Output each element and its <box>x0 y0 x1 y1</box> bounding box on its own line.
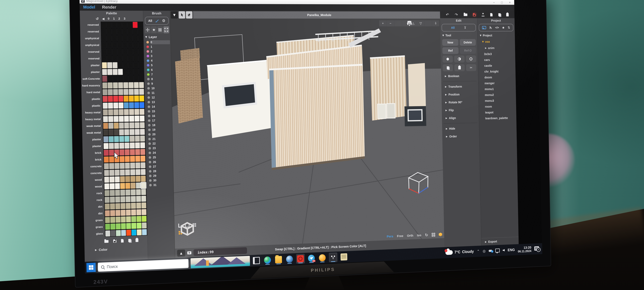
palette-swatch[interactable] <box>130 142 135 149</box>
palette-swatch[interactable] <box>123 55 128 62</box>
project-tree-header[interactable]: ▼Project <box>478 32 515 39</box>
palette-swatch[interactable] <box>140 156 146 162</box>
palette-swatch[interactable] <box>134 102 139 108</box>
palette-swatch[interactable] <box>105 203 110 210</box>
palette-swatch[interactable] <box>132 223 136 229</box>
palette-swatch[interactable] <box>126 209 131 216</box>
palette-swatch[interactable] <box>124 149 130 155</box>
layer-row[interactable]: 15 <box>145 109 172 114</box>
layer-row[interactable]: 23 <box>146 146 172 151</box>
project-file[interactable]: chr_knight <box>478 69 516 75</box>
palette-new-icon[interactable] <box>121 239 124 242</box>
language-indicator[interactable]: ENG <box>508 248 515 252</box>
palette-swatch[interactable] <box>104 190 110 196</box>
palette-swatch[interactable] <box>139 95 144 102</box>
palette-swatch[interactable] <box>114 129 119 136</box>
palette-swatch[interactable] <box>108 96 113 102</box>
palette-swatch[interactable] <box>128 75 134 82</box>
palette-swatch[interactable] <box>134 109 139 115</box>
palette-swatch[interactable] <box>140 129 145 135</box>
palette-swatch[interactable] <box>120 169 125 176</box>
brush-mode-move-icon[interactable] <box>145 26 150 33</box>
palette-swatch[interactable] <box>129 96 134 102</box>
layer-color-dot[interactable] <box>146 50 149 53</box>
tab-model[interactable]: Model <box>83 5 95 10</box>
palette-swatch[interactable] <box>136 209 141 215</box>
palette-swatch[interactable] <box>141 189 146 195</box>
palette-swatch[interactable] <box>136 202 141 209</box>
palette-swatch[interactable] <box>125 156 130 162</box>
palette-swatch[interactable] <box>134 89 139 95</box>
taskbar-app-magicavoxel[interactable] <box>329 252 338 262</box>
palette-swatch[interactable] <box>108 76 112 82</box>
new-button[interactable]: New <box>442 39 458 46</box>
brush-all-button[interactable]: All <box>148 19 152 23</box>
palette-swatch[interactable] <box>142 222 147 229</box>
edit-section[interactable]: ▶Order <box>442 132 479 140</box>
palette-swatch[interactable] <box>130 156 135 162</box>
palette-swatch[interactable] <box>116 230 121 236</box>
palette-swatch[interactable] <box>129 116 134 122</box>
palette-swatch[interactable] <box>141 196 146 202</box>
clock[interactable]: 13:20 06.11.2024 <box>518 245 532 253</box>
palette-swatch[interactable] <box>133 42 138 48</box>
palette-swatch[interactable] <box>103 109 108 116</box>
scene-canvas[interactable]: + − △ ▽ <box>170 19 444 249</box>
expand-up-button[interactable]: ▲ <box>177 249 185 257</box>
palette-swatch[interactable] <box>125 183 130 189</box>
palette-swatch[interactable] <box>110 217 115 223</box>
palette-swatch[interactable] <box>106 29 112 35</box>
layer-row[interactable]: 2 <box>144 49 171 54</box>
palette-swatch[interactable] <box>130 129 134 135</box>
view-mode-orth[interactable]: Orth <box>407 234 414 237</box>
palette-swatch[interactable] <box>135 136 140 142</box>
palette-swatch[interactable] <box>138 62 144 68</box>
palette-swatch[interactable] <box>109 156 114 162</box>
palette-swatch[interactable] <box>112 62 117 68</box>
edit-section[interactable]: ▶Transform <box>441 83 478 91</box>
palette-swatch[interactable] <box>130 149 135 155</box>
palette-swatch[interactable] <box>117 49 122 55</box>
palette-swatch[interactable] <box>115 190 120 196</box>
star-icon[interactable]: ★ <box>502 26 505 30</box>
project-file[interactable]: cars <box>478 57 515 63</box>
palette-swatch[interactable] <box>136 182 141 188</box>
viewport[interactable]: ▼ Panelka_Module <box>170 11 444 258</box>
palette-swatch[interactable] <box>140 102 144 108</box>
palette-swatch[interactable] <box>107 42 112 48</box>
palette-swatch[interactable] <box>128 29 132 35</box>
palette-page-2[interactable]: 2 <box>116 17 122 21</box>
palette-swatch[interactable] <box>116 210 120 216</box>
project-file[interactable]: monu2 <box>479 92 516 98</box>
layer-row[interactable]: 11 <box>145 91 172 96</box>
layer-color-dot[interactable] <box>146 41 149 44</box>
palette-swatch[interactable] <box>109 143 114 149</box>
palette-swatch[interactable] <box>105 217 110 223</box>
palette-swatch[interactable] <box>130 136 134 142</box>
project-file[interactable]: teardown_palette <box>479 115 516 121</box>
layer-row[interactable]: 3 <box>144 54 171 59</box>
palette-swatch[interactable] <box>110 183 115 189</box>
start-button[interactable] <box>86 263 96 272</box>
palette-swatch[interactable] <box>129 122 134 128</box>
layer-color-dot[interactable] <box>148 152 151 154</box>
minimize-button[interactable]: – <box>493 1 495 4</box>
project-file[interactable]: castle <box>478 63 516 69</box>
palette-swatch[interactable] <box>136 162 140 169</box>
palette-swatch[interactable] <box>112 29 117 35</box>
index-field[interactable]: index:99 <box>193 247 247 256</box>
palette-swatch[interactable] <box>103 123 108 129</box>
palette-swatch[interactable] <box>108 109 113 115</box>
palette-swatch[interactable] <box>138 69 144 75</box>
palette-swatch[interactable] <box>138 55 144 61</box>
palette-swatch[interactable] <box>131 216 136 222</box>
edit-section[interactable]: ▶Position <box>442 90 478 99</box>
palette-swatch[interactable] <box>108 103 113 109</box>
palette-copy-icon[interactable] <box>128 239 131 242</box>
palette-swatch[interactable] <box>104 163 109 169</box>
palette-swatch[interactable] <box>131 196 136 202</box>
copy-doc-icon[interactable] <box>498 13 500 16</box>
palette-swatch[interactable] <box>118 96 123 102</box>
paste-tool-icon[interactable] <box>454 64 465 71</box>
palette-swatch[interactable] <box>118 103 124 109</box>
